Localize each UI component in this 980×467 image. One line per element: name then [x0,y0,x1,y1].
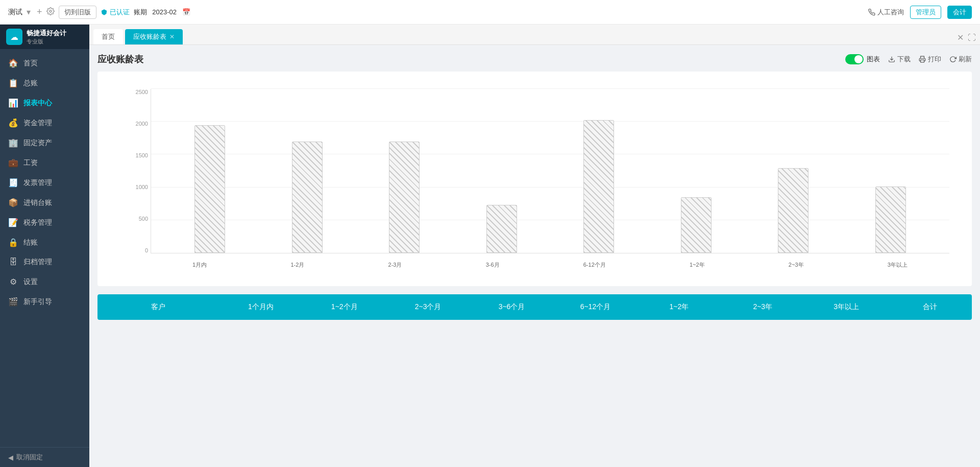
sidebar-item-assets[interactable]: 🏢 固定资产 [0,133,89,153]
refresh-button[interactable]: 刷新 [949,55,972,64]
header-left: 测试 ▾ + 切到旧版 已认证 账期 2023-02 📅 [8,6,862,19]
table-header: 客户1个月内1~2个月2~3个月3~6个月6~12个月1~2年2~3年3年以上合… [97,294,972,320]
y-label: 2000 [130,121,148,127]
report-title: 应收账龄表 [97,53,143,65]
y-label: 0 [130,247,148,253]
bar-0 [194,125,225,253]
tab-close-icon[interactable]: ✕ [169,33,175,40]
sidebar-label-settings: 设置 [23,277,38,287]
sidebar-item-archive[interactable]: 🗄 归档管理 [0,252,89,272]
expand-window-icon[interactable]: ⛶ [968,33,976,42]
company-dropdown-icon[interactable]: ▾ [27,7,31,17]
settings-icon[interactable] [46,7,55,17]
main-layout: ☁ 畅捷通好会计 专业版 🏠 首页 📋 总账 📊 报表中心 💰 资金管理 🏢 固… [0,25,980,467]
add-tab-icon[interactable]: + [37,7,42,17]
content-area: 首页 应收账龄表 ✕ ✕ ⛶ 应收账龄表 图表 [89,25,980,467]
bar-7 [875,186,906,253]
sidebar-icon-inventory: 📦 [8,198,18,207]
svg-point-0 [50,10,52,12]
table-header-9: 合计 [888,294,972,320]
sidebar-label-payroll: 工资 [23,158,38,168]
table-header-8: 3年以上 [804,294,888,320]
sidebar-item-inventory[interactable]: 📦 进销台账 [0,193,89,213]
bars-container [151,89,949,253]
sidebar-item-invoices[interactable]: 🧾 发票管理 [0,173,89,193]
x-label: 1-2月 [290,261,304,269]
x-label: 3年以上 [888,261,908,269]
period-label: 账期 2023-02 📅 [134,8,190,17]
sidebar-logo: ☁ 畅捷通好会计 专业版 [0,25,89,49]
bar-2 [389,142,420,253]
page-content: 应收账龄表 图表 下载 打印 [89,45,980,467]
chart-toggle[interactable] [845,54,864,64]
x-label: 3-6月 [486,261,500,269]
download-button[interactable]: 下载 [888,55,911,64]
sidebar-label-tax: 税务管理 [23,218,52,227]
sidebar-icon-funds: 💰 [8,118,18,128]
sidebar-icon-reports: 📊 [8,98,18,108]
header-right: 人工咨询 管理员 会计 [868,6,972,19]
sidebar-label-funds: 资金管理 [23,119,52,128]
print-button[interactable]: 打印 [919,55,941,64]
tab-window-controls: ✕ ⛶ [957,33,976,44]
manager-role-button[interactable]: 管理员 [910,6,941,19]
y-label: 500 [130,216,148,222]
sidebar-item-tax[interactable]: 📝 税务管理 [0,213,89,232]
sidebar-icon-ledger: 📋 [8,78,18,88]
sidebar-item-settings[interactable]: ⚙ 设置 [0,272,89,292]
company-name: 测试 [8,8,22,17]
table-header-6: 1~2年 [637,294,721,320]
sidebar-label-assets: 固定资产 [23,138,52,148]
sidebar-icon-assets: 🏢 [8,138,18,148]
service-button[interactable]: 人工咨询 [868,8,904,17]
table-header-4: 3~6个月 [470,294,554,320]
sidebar-label-home: 首页 [23,59,38,68]
sidebar-icon-tax: 📝 [8,218,18,227]
certified-badge: 已认证 [101,8,130,17]
sidebar-item-guide[interactable]: 🎬 新手引导 [0,292,89,312]
sidebar-item-reports[interactable]: 📊 报表中心 [0,93,89,113]
accountant-role-button[interactable]: 会计 [947,6,972,19]
bar-4 [583,120,614,253]
sidebar-item-close[interactable]: 🔒 结账 [0,232,89,252]
bar-group-2 [389,142,420,253]
sidebar-item-payroll[interactable]: 💼 工资 [0,153,89,173]
x-label: 2-3月 [388,261,402,269]
sidebar-label-ledger: 总账 [23,79,38,88]
sidebar-label-inventory: 进销台账 [23,198,52,207]
sidebar-label-close: 结账 [23,238,38,247]
sidebar-icon-archive: 🗄 [8,258,18,267]
sidebar-label-archive: 归档管理 [23,258,52,267]
arrow-left-icon: ◀ [8,454,13,461]
sidebar-label-guide: 新手引导 [23,297,52,307]
chart-y-axis: 05001000150020002500 [130,89,148,253]
bar-chart: 05001000150020002500 [110,84,960,274]
sidebar-item-home[interactable]: 🏠 首页 [0,53,89,73]
bar-1 [292,142,323,253]
sidebar: ☁ 畅捷通好会计 专业版 🏠 首页 📋 总账 📊 报表中心 💰 资金管理 🏢 固… [0,25,89,467]
bar-group-4 [583,120,614,253]
app-logo-icon: ☁ [6,29,22,45]
chart-x-labels: 1月内1-2月2-3月3-6月6-12个月1~2年2~3年3年以上 [151,261,949,269]
calendar-icon[interactable]: 📅 [182,8,190,16]
sidebar-label-reports: 报表中心 [23,99,52,108]
table-header-5: 6~12个月 [553,294,637,320]
cancel-fixed-button[interactable]: ◀ 取消固定 [0,447,89,467]
bar-group-7 [875,186,906,253]
close-window-icon[interactable]: ✕ [957,33,964,42]
tab-bar: 首页 应收账龄表 ✕ ✕ ⛶ [89,25,980,45]
tab-ar-aging[interactable]: 应收账龄表 ✕ [125,29,183,44]
bar-group-1 [292,142,323,253]
sidebar-item-funds[interactable]: 💰 资金管理 [0,113,89,133]
bar-6 [778,168,808,253]
bar-group-6 [778,168,808,253]
top-header: 测试 ▾ + 切到旧版 已认证 账期 2023-02 📅 人工咨询 管理员 会计 [0,0,980,25]
tab-home[interactable]: 首页 [93,29,123,44]
sidebar-item-ledger[interactable]: 📋 总账 [0,73,89,93]
switch-version-button[interactable]: 切到旧版 [59,6,96,19]
table-header-7: 2~3年 [721,294,804,320]
sidebar-label-invoices: 发票管理 [23,178,52,188]
bar-group-3 [486,205,517,253]
svg-rect-2 [921,60,924,62]
bar-group-5 [681,197,712,253]
